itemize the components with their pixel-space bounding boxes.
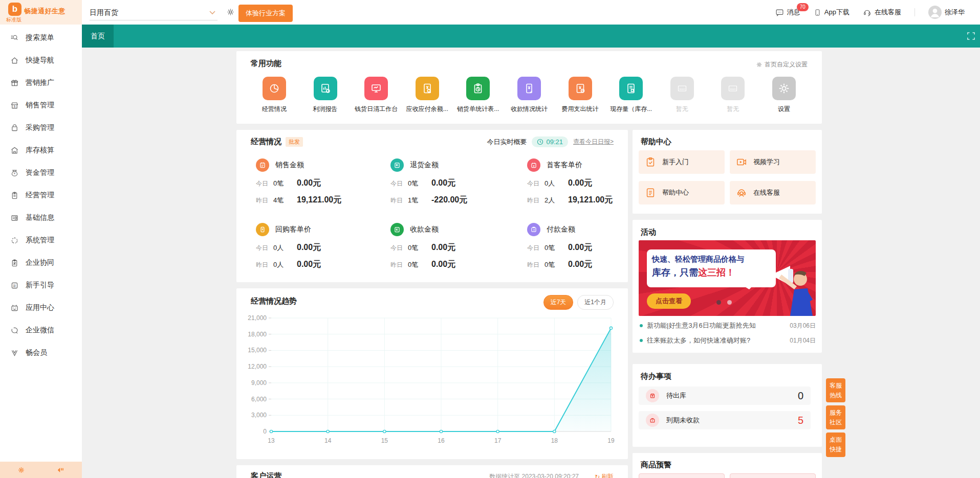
help-online-service[interactable]: 在线客服 xyxy=(730,181,816,204)
svg-text:icon: icon xyxy=(730,87,736,90)
sidebar-item-inventory[interactable]: 库存核算 xyxy=(0,139,82,162)
qf-sales-order-stats[interactable]: 销货单统计表... xyxy=(454,77,502,113)
sidebar-item-base-info[interactable]: 基础信息 xyxy=(0,207,82,229)
sidebar-item-beginner-guide[interactable]: 新 新手引导 xyxy=(0,274,82,297)
svg-text:新: 新 xyxy=(13,284,16,287)
settings-gear-icon[interactable] xyxy=(17,466,25,474)
stats-timestamp: 数据统计至 2023-03-20 09:20:27 xyxy=(489,472,579,478)
qf-payable-receivable[interactable]: 应收应付余额... xyxy=(404,77,451,113)
app-download-button[interactable]: App下载 xyxy=(814,8,850,17)
sidebar-item-sales[interactable]: $ 销售管理 xyxy=(0,94,82,117)
svg-text:3,000: 3,000 xyxy=(251,412,267,419)
range-7days-button[interactable]: 近7天 xyxy=(543,295,574,310)
refresh-button[interactable]: ↻ 刷新 xyxy=(595,472,614,478)
sidebar-item-app-center[interactable]: 应用中心 xyxy=(0,297,82,319)
sidebar-item-quick-nav[interactable]: 快捷导航 xyxy=(0,49,82,72)
alert-box[interactable] xyxy=(730,473,816,478)
stat-icon xyxy=(527,158,540,172)
fullscreen-icon[interactable] xyxy=(967,32,975,40)
svg-text:18,000: 18,000 xyxy=(248,331,267,338)
refresh-icon: ↻ xyxy=(595,473,600,478)
banner-view-button[interactable]: 点击查看 xyxy=(647,293,691,309)
collapse-sidebar-icon[interactable] xyxy=(56,466,64,474)
sidebar-item-collaboration[interactable]: 企业协同 xyxy=(0,252,82,274)
account-settings-gear-icon[interactable] xyxy=(226,8,235,16)
sidebar-item-marketing[interactable]: 营销推广 xyxy=(0,72,82,94)
desktop-shortcut-button[interactable]: 桌面快捷 xyxy=(826,433,845,457)
help-center-card: 帮助中心 新手入门 视频学习 帮助中心 在线客服 xyxy=(633,130,822,214)
daily-report-link[interactable]: 查看今日日报> xyxy=(573,138,614,146)
service-hotline-button[interactable]: 客服热线 xyxy=(826,378,845,402)
sidebar-item-search-menu[interactable]: 搜索菜单 xyxy=(0,27,82,49)
stat-payment-amount: 付款金额 今日0笔0.00元 昨日0笔0.00元 xyxy=(527,223,650,270)
svg-text:13: 13 xyxy=(268,437,275,444)
topbar-divider xyxy=(914,8,915,16)
brand-name: 畅捷通好生意 xyxy=(24,7,66,16)
sidebar-item-operations[interactable]: 经营管理 xyxy=(0,184,82,207)
sidebar-item-label: 采购管理 xyxy=(26,123,54,132)
home-customize-button[interactable]: 首页自定义设置 xyxy=(756,60,808,69)
qf-business-overview[interactable]: 经营情况 xyxy=(251,77,298,113)
svg-text:15: 15 xyxy=(381,437,388,444)
service-community-button[interactable]: 服务社区 xyxy=(826,405,845,429)
sidebar-item-system[interactable]: 系统管理 xyxy=(0,229,82,252)
activity-title: 活动 xyxy=(641,227,656,237)
carousel-dot[interactable] xyxy=(727,300,732,305)
sidebar-item-purchase[interactable]: 采购管理 xyxy=(0,117,82,139)
sidebar-item-member[interactable]: 畅会员 xyxy=(0,342,82,364)
activity-card: 活动 快速、轻松管理商品价格与 库存，只需这三招！ 点击查看 xyxy=(633,220,822,353)
floating-buttons: 客服热线 服务社区 桌面快捷 xyxy=(826,378,845,457)
help-video-learning[interactable]: 视频学习 xyxy=(730,150,816,174)
messages-button[interactable]: 消息 70 xyxy=(775,8,800,17)
support-headset-icon xyxy=(736,187,747,198)
carousel-dot[interactable] xyxy=(716,300,721,305)
news-item[interactable]: 往来账款太多，如何快速准确对账? 01月04日 xyxy=(640,336,816,345)
qf-settings[interactable]: 设置 xyxy=(760,77,808,113)
user-menu[interactable]: 徐泽华 xyxy=(928,6,965,19)
qf-placeholder[interactable]: icon 暂无 xyxy=(659,77,706,113)
svg-text:9,000: 9,000 xyxy=(251,379,267,386)
megaphone-person-illustration xyxy=(764,256,815,316)
activity-banner[interactable]: 快速、轻松管理商品价格与 库存，只需这三招！ 点击查看 xyxy=(639,240,816,316)
logo-block: b 畅捷通好生意 标准版 xyxy=(0,0,82,25)
todo-pending-outbound[interactable]: 待出库 0 xyxy=(639,386,811,405)
gear-icon xyxy=(756,61,763,68)
account-select[interactable]: 日用百货 xyxy=(90,5,217,20)
product-alert-title: 商品预警 xyxy=(641,460,671,470)
todo-overdue-receivables[interactable]: 到期未收款 5 xyxy=(639,411,811,429)
svg-text:icon: icon xyxy=(679,87,685,90)
sidebar-item-wechat[interactable]: 企业微信 xyxy=(0,319,82,342)
bullet-icon xyxy=(640,324,643,327)
sidebar-item-label: 企业微信 xyxy=(26,326,54,335)
alert-box[interactable] xyxy=(639,473,725,478)
range-1month-button[interactable]: 近1个月 xyxy=(577,295,614,310)
edition-label: 标准版 xyxy=(6,16,21,24)
online-service-label: 在线客服 xyxy=(875,8,901,17)
product-alert-card: 商品预警 xyxy=(633,453,822,478)
outbound-box-icon xyxy=(646,389,659,402)
tab-home[interactable]: 首页 xyxy=(82,25,114,48)
experience-solution-button[interactable]: 体验行业方案 xyxy=(238,5,293,22)
news-item[interactable]: 新功能|好生意3月6日功能更新抢先知 03月06日 xyxy=(640,321,816,330)
topbar-right: 消息 70 App下载 在线客服 徐泽华 xyxy=(775,0,965,25)
qf-profit-report[interactable]: 利润报告 xyxy=(302,77,349,113)
help-center-title: 帮助中心 xyxy=(641,137,671,147)
trend-chart-card: 经营情况趋势 近7天 近1个月 03,0006,0009,00012,00015… xyxy=(236,288,628,459)
help-center-docs[interactable]: 帮助中心 xyxy=(639,181,725,204)
qf-stock-on-hand[interactable]: 现存量（库存... xyxy=(607,77,655,113)
chevron-down-icon xyxy=(209,11,215,15)
qf-placeholder[interactable]: icon 暂无 xyxy=(709,77,756,113)
qf-daily-workbench[interactable]: 钱货日清工作台 xyxy=(353,77,400,113)
svg-text:14: 14 xyxy=(324,437,332,444)
qf-collection-stats[interactable]: 收款情况统计 xyxy=(506,77,553,113)
svg-text:19: 19 xyxy=(607,437,615,444)
doc-minus-icon xyxy=(569,77,592,100)
sidebar-item-funds[interactable]: ¥ 资金管理 xyxy=(0,162,82,184)
qf-expense-stats[interactable]: 费用支出统计 xyxy=(557,77,604,113)
todo-card: 待办事项 待出库 0 到期未收款 5 xyxy=(633,364,822,447)
home-customize-label: 首页自定义设置 xyxy=(765,60,808,69)
gear-icon xyxy=(772,77,796,100)
online-service-button[interactable]: 在线客服 xyxy=(863,8,901,17)
help-getting-started[interactable]: 新手入门 xyxy=(639,150,725,174)
home-icon xyxy=(10,56,19,65)
